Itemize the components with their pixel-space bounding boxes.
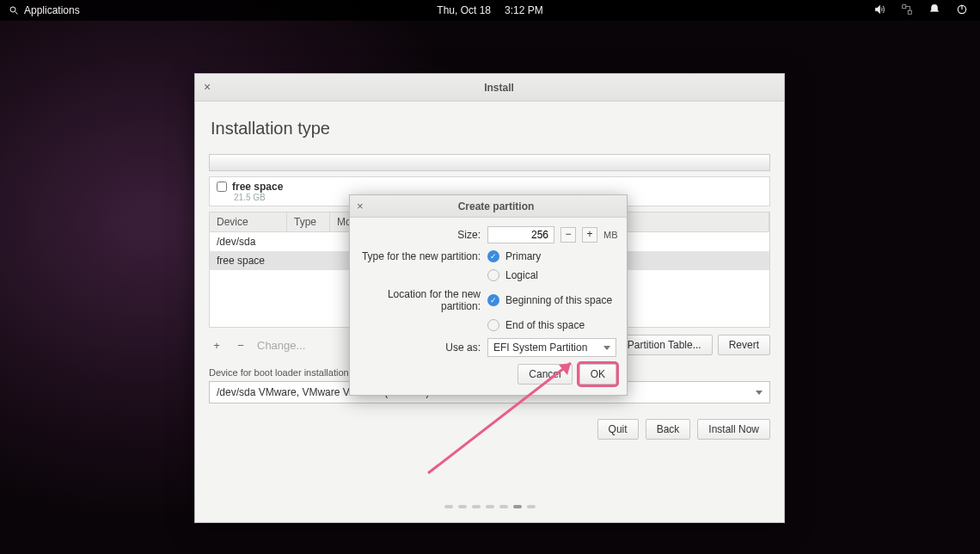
partition-usage-bar[interactable] — [209, 154, 770, 171]
network-icon[interactable] — [901, 3, 913, 18]
use-as-label: Use as: — [360, 342, 487, 354]
install-now-button[interactable]: Install Now — [697, 419, 770, 440]
col-type[interactable]: Type — [287, 212, 330, 231]
svg-rect-3 — [908, 10, 911, 14]
revert-button[interactable]: Revert — [718, 335, 770, 355]
size-increment[interactable]: + — [582, 227, 597, 243]
freespace-text: free space — [232, 181, 283, 193]
cancel-button[interactable]: Cancel — [518, 364, 572, 385]
size-label: Size: — [360, 229, 487, 241]
search-icon — [9, 5, 19, 15]
cell-device: free space — [217, 255, 265, 267]
radio-primary[interactable] — [487, 250, 499, 262]
cell-device: /dev/sda — [217, 236, 255, 248]
clock[interactable]: Thu, Oct 18 3:12 PM — [437, 4, 542, 16]
footer-buttons: Quit Back Install Now — [209, 419, 770, 440]
ok-button[interactable]: OK — [579, 364, 616, 385]
svg-line-1 — [15, 12, 18, 15]
power-icon[interactable] — [956, 3, 968, 18]
end-option[interactable]: End of this space — [505, 319, 585, 331]
chevron-down-icon — [756, 391, 763, 395]
size-decrement[interactable]: − — [560, 227, 576, 243]
primary-option[interactable]: Primary — [505, 250, 541, 262]
freespace-checkbox[interactable] — [217, 182, 227, 192]
radio-end[interactable] — [487, 319, 499, 331]
dialog-titlebar[interactable]: × Create partition — [350, 195, 627, 218]
type-label: Type for the new partition: — [360, 250, 487, 262]
time-text: 3:12 PM — [505, 4, 543, 16]
change-button[interactable]: Change... — [257, 339, 305, 352]
use-as-select[interactable]: EFI System Partition — [487, 338, 616, 357]
add-partition-button[interactable]: + — [209, 339, 224, 352]
svg-rect-2 — [903, 4, 906, 8]
use-as-value: EFI System Partition — [493, 342, 587, 354]
page-title: Installation type — [211, 119, 770, 138]
col-device[interactable]: Device — [210, 212, 287, 231]
svg-point-0 — [10, 7, 15, 12]
date-text: Thu, Oct 18 — [437, 4, 491, 16]
logical-option[interactable]: Logical — [505, 269, 538, 281]
notifications-icon[interactable] — [928, 3, 940, 18]
volume-icon[interactable] — [873, 3, 885, 18]
radio-logical[interactable] — [487, 269, 499, 281]
top-panel: Applications Thu, Oct 18 3:12 PM — [0, 0, 980, 21]
size-unit: MB — [603, 230, 618, 240]
quit-button[interactable]: Quit — [597, 419, 639, 440]
location-label: Location for the new partition: — [360, 288, 487, 312]
window-titlebar[interactable]: × Install — [195, 74, 784, 102]
dialog-title: Create partition — [458, 200, 535, 212]
beginning-option[interactable]: Beginning of this space — [505, 294, 612, 306]
close-icon[interactable]: × — [357, 200, 365, 212]
radio-beginning[interactable] — [487, 294, 499, 306]
chevron-down-icon — [603, 346, 610, 350]
back-button[interactable]: Back — [646, 419, 691, 440]
step-dots — [209, 505, 770, 512]
size-input[interactable] — [487, 226, 554, 243]
applications-menu[interactable]: Applications — [0, 4, 89, 16]
close-icon[interactable]: × — [204, 83, 214, 93]
applications-label: Applications — [24, 4, 80, 16]
window-title: Install — [484, 82, 514, 94]
create-partition-dialog: × Create partition Size: − + MB Type for… — [349, 194, 628, 396]
freespace-checkbox-label[interactable]: free space — [217, 181, 763, 193]
remove-partition-button[interactable]: − — [233, 339, 248, 352]
